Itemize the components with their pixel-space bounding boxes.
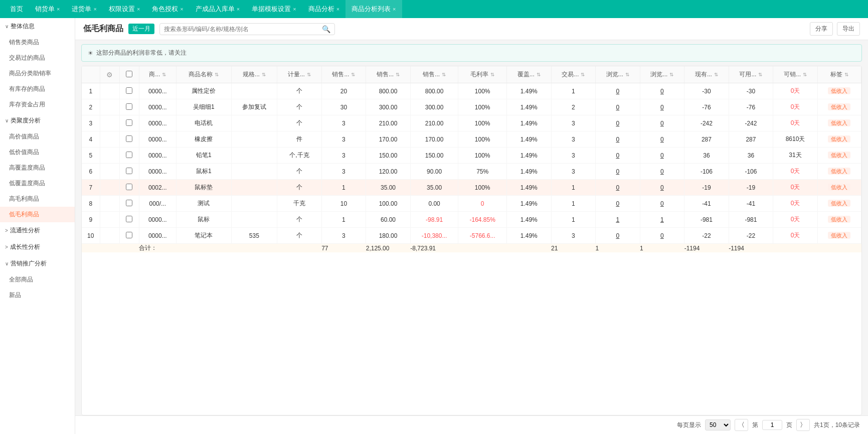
cell-checkbox[interactable] <box>119 228 139 244</box>
row-checkbox[interactable] <box>126 87 132 94</box>
row-checkbox[interactable] <box>126 119 132 126</box>
cell-checkbox[interactable] <box>119 99 139 115</box>
col-header-sales_qty[interactable]: 销售...⇅ <box>321 66 366 83</box>
prev-page-button[interactable]: 〈 <box>735 419 748 431</box>
view-link[interactable]: 0 <box>616 200 619 207</box>
row-checkbox[interactable] <box>126 200 132 206</box>
view-link[interactable]: 0 <box>616 152 619 159</box>
sort-icon[interactable]: ⇅ <box>625 72 629 77</box>
sort-icon[interactable]: ⇅ <box>442 72 446 77</box>
nav-item[interactable]: 产成品入库单× <box>190 0 246 18</box>
page-input[interactable] <box>762 420 782 430</box>
cell-checkbox[interactable] <box>119 83 139 99</box>
close-icon[interactable]: × <box>293 6 296 12</box>
row-checkbox[interactable] <box>126 103 132 110</box>
sort-icon[interactable]: ⇅ <box>758 72 762 77</box>
view-link[interactable]: 0 <box>660 184 664 191</box>
sidebar-section-title[interactable]: ∨整体信息 <box>0 18 75 35</box>
sort-icon[interactable]: ⇅ <box>844 72 848 77</box>
cell-settings[interactable] <box>100 196 119 212</box>
col-header-current[interactable]: 现有...⇅ <box>684 66 729 83</box>
sidebar-item[interactable]: 全部商品 <box>0 272 75 287</box>
cell-checkbox[interactable] <box>119 164 139 180</box>
sidebar-item[interactable]: 库存资金占用 <box>0 97 75 112</box>
nav-item[interactable]: 商品分析列表× <box>345 0 402 18</box>
cell-checkbox[interactable] <box>119 196 139 212</box>
sort-icon[interactable]: ⇅ <box>714 72 718 77</box>
sidebar-item[interactable]: 低覆盖度商品 <box>0 176 75 191</box>
view-link[interactable]: 0 <box>660 152 664 159</box>
sidebar-section-title[interactable]: ∨类聚度分析 <box>0 112 75 129</box>
col-header-margin_rate[interactable]: 毛利率⇅ <box>458 66 507 83</box>
view-link[interactable]: 0 <box>616 168 619 175</box>
view-link[interactable]: 0 <box>616 88 619 95</box>
sidebar-item[interactable]: 高毛利商品 <box>0 191 75 207</box>
row-checkbox[interactable] <box>126 152 132 158</box>
sidebar-item[interactable]: 销售类商品 <box>0 35 75 50</box>
view-link[interactable]: 0 <box>616 120 619 127</box>
sidebar-item[interactable]: 低毛利商品 <box>0 207 75 222</box>
cell-checkbox[interactable] <box>119 115 139 131</box>
cell-settings[interactable] <box>100 115 119 131</box>
col-header-view1[interactable]: 浏览...⇅ <box>596 66 640 83</box>
col-header-sales_amount[interactable]: 销售...⇅ <box>366 66 411 83</box>
select-all-checkbox[interactable] <box>126 71 132 77</box>
sort-icon[interactable]: ⇅ <box>307 72 311 77</box>
search-icon[interactable]: 🔍 <box>322 25 330 33</box>
sort-icon[interactable]: ⇅ <box>262 72 266 77</box>
cell-settings[interactable] <box>100 99 119 115</box>
view-link[interactable]: 0 <box>660 120 664 127</box>
sidebar-item[interactable]: 交易过的商品 <box>0 50 75 66</box>
close-icon[interactable]: × <box>237 6 240 12</box>
sort-icon[interactable]: ⇅ <box>351 72 355 77</box>
view-link[interactable]: 0 <box>660 200 664 207</box>
col-header-trade[interactable]: 交易...⇅ <box>551 66 596 83</box>
row-checkbox[interactable] <box>126 168 132 174</box>
next-page-button[interactable]: 〉 <box>796 419 810 431</box>
cell-checkbox[interactable] <box>119 212 139 228</box>
cell-settings[interactable] <box>100 148 119 164</box>
sidebar-item[interactable]: 高覆盖度商品 <box>0 160 75 176</box>
col-header-tag[interactable]: 标签⇅ <box>817 66 861 83</box>
view-link[interactable]: 0 <box>616 184 619 191</box>
nav-item[interactable]: 单据模板设置× <box>246 0 302 18</box>
col-header-settings[interactable]: ⚙ <box>100 66 119 83</box>
sort-icon[interactable]: ⇅ <box>803 72 807 77</box>
nav-item[interactable]: 进货单× <box>66 0 102 18</box>
close-icon[interactable]: × <box>393 6 396 12</box>
cell-settings[interactable] <box>100 212 119 228</box>
col-header-name[interactable]: 商品名称⇅ <box>177 66 232 83</box>
sidebar-item[interactable]: 有库存的商品 <box>0 81 75 97</box>
sidebar-item[interactable]: 低价值商品 <box>0 144 75 160</box>
nav-item[interactable]: 商品分析× <box>302 0 345 18</box>
sort-icon[interactable]: ⇅ <box>490 72 494 77</box>
col-header-check[interactable] <box>119 66 139 83</box>
per-page-select[interactable]: 50 20 100 <box>705 419 731 430</box>
date-tag[interactable]: 近一月 <box>128 24 154 34</box>
close-icon[interactable]: × <box>57 6 60 12</box>
sort-icon[interactable]: ⇅ <box>581 72 585 77</box>
col-header-saleable[interactable]: 可销...⇅ <box>773 66 818 83</box>
view-link[interactable]: 0 <box>660 232 664 239</box>
sidebar-item[interactable]: 新品 <box>0 287 75 303</box>
sidebar-item[interactable]: 商品分类助销率 <box>0 66 75 81</box>
close-icon[interactable]: × <box>336 6 339 12</box>
close-icon[interactable]: × <box>180 6 183 12</box>
cell-settings[interactable] <box>100 180 119 196</box>
sidebar-section-title[interactable]: >成长性分析 <box>0 239 75 255</box>
cell-settings[interactable] <box>100 228 119 244</box>
view-link[interactable]: 0 <box>616 104 619 111</box>
sidebar-section-title[interactable]: ∨营销推广分析 <box>0 255 75 272</box>
sidebar-section-title[interactable]: >流通性分析 <box>0 222 75 239</box>
cell-settings[interactable] <box>100 131 119 148</box>
col-header-unit[interactable]: 计量...⇅ <box>277 66 322 83</box>
sort-icon[interactable]: ⇅ <box>162 72 166 77</box>
view-link[interactable]: 0 <box>616 232 619 239</box>
nav-item[interactable]: 角色授权× <box>146 0 189 18</box>
col-header-sales_profit[interactable]: 销售...⇅ <box>410 66 458 83</box>
col-header-code[interactable]: 商...⇅ <box>139 66 177 83</box>
row-checkbox[interactable] <box>126 184 132 190</box>
search-input[interactable] <box>164 26 322 33</box>
close-icon[interactable]: × <box>137 6 140 12</box>
nav-item[interactable]: 权限设置× <box>103 0 146 18</box>
